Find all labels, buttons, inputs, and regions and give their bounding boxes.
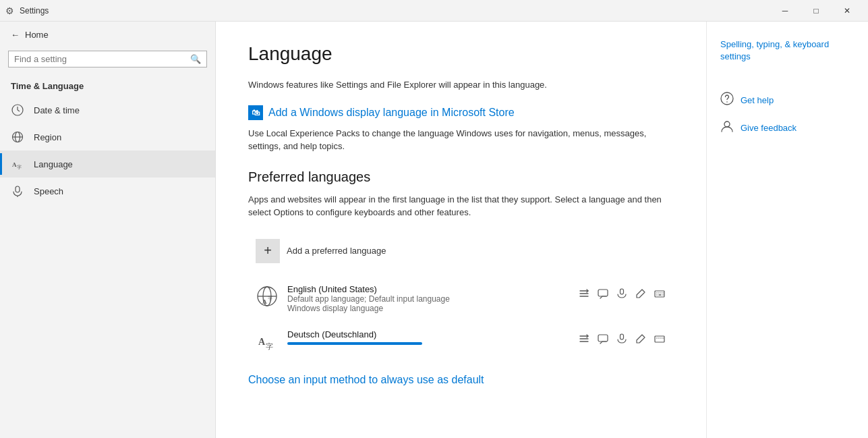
region-label: Region bbox=[34, 132, 61, 142]
preferred-desc: Apps and websites will appear in the fir… bbox=[248, 193, 674, 219]
language-label: Language bbox=[34, 159, 73, 169]
deutsch-lang-icon: A 字 bbox=[255, 329, 279, 354]
deutsch-lang-info: Deutsch (Deutschland) bbox=[287, 329, 569, 345]
help-section: Get help Give feedback bbox=[720, 89, 855, 144]
intro-description: Windows features like Settings and File … bbox=[248, 78, 674, 92]
titlebar-left: ⚙ Settings bbox=[0, 5, 49, 16]
back-button[interactable]: ← Home bbox=[0, 22, 215, 48]
sidebar-item-language[interactable]: A字 Language bbox=[0, 150, 215, 177]
english-lang-sub2: Windows display language bbox=[287, 304, 569, 313]
svg-rect-17 bbox=[655, 291, 664, 297]
speech-icon bbox=[11, 184, 24, 198]
english-lang-info: English (United States) Default app lang… bbox=[287, 284, 569, 313]
english-action-keyboard[interactable] bbox=[652, 287, 667, 302]
deutsch-action-options[interactable] bbox=[577, 332, 591, 348]
store-icon: 🛍 bbox=[248, 105, 263, 120]
sidebar-item-speech[interactable]: Speech bbox=[0, 177, 215, 204]
deutsch-lang-actions bbox=[577, 329, 667, 348]
home-label: Home bbox=[25, 30, 49, 40]
close-button[interactable]: ✕ bbox=[832, 0, 863, 22]
titlebar-controls: ─ □ ✕ bbox=[770, 0, 863, 22]
deutsch-action-pen[interactable] bbox=[633, 332, 648, 348]
svg-point-36 bbox=[724, 121, 730, 127]
svg-point-34 bbox=[721, 92, 733, 105]
preferred-languages-header: Preferred languages bbox=[248, 169, 674, 185]
store-link[interactable]: Add a Windows display language in Micros… bbox=[268, 107, 515, 119]
settings-icon: ⚙ bbox=[5, 5, 14, 16]
store-link-desc: Use Local Experience Packs to change the… bbox=[248, 127, 674, 153]
svg-text:A: A bbox=[12, 161, 17, 168]
language-item-english[interactable]: A 字 English (United States) Default app … bbox=[248, 277, 674, 320]
english-lang-icon: A 字 bbox=[255, 284, 279, 308]
english-action-options[interactable] bbox=[577, 287, 591, 302]
svg-rect-16 bbox=[620, 289, 624, 294]
deutsch-action-chat[interactable] bbox=[596, 332, 610, 348]
main-content: Language Windows features like Settings … bbox=[216, 22, 706, 438]
plus-icon: + bbox=[256, 239, 280, 263]
search-box[interactable]: 🔍 bbox=[8, 51, 207, 67]
page-title: Language bbox=[248, 43, 674, 65]
language-icon: A字 bbox=[11, 157, 24, 171]
content-inner: Language Windows features like Settings … bbox=[248, 43, 674, 386]
search-icon: 🔍 bbox=[190, 54, 201, 64]
deutsch-lang-name: Deutsch (Deutschland) bbox=[287, 329, 569, 339]
give-feedback-icon bbox=[720, 119, 735, 136]
deutsch-progress-bar bbox=[287, 342, 422, 345]
svg-line-2 bbox=[18, 110, 20, 111]
minimize-button[interactable]: ─ bbox=[770, 0, 801, 22]
svg-rect-15 bbox=[598, 290, 608, 296]
right-section-top: Spelling, typing, & keyboard settings bbox=[720, 38, 855, 62]
speech-label: Speech bbox=[34, 186, 63, 196]
titlebar: ⚙ Settings ─ □ ✕ bbox=[0, 0, 868, 22]
sidebar: ← Home 🔍 Time & Language Date & time Reg… bbox=[0, 22, 216, 438]
store-link-container: 🛍 Add a Windows display language in Micr… bbox=[248, 105, 674, 120]
svg-text:A: A bbox=[258, 337, 266, 347]
deutsch-action-mic[interactable] bbox=[614, 332, 629, 348]
give-feedback-label: Give feedback bbox=[741, 123, 797, 133]
get-help-link[interactable]: Get help bbox=[720, 89, 855, 111]
date-time-label: Date & time bbox=[34, 105, 80, 115]
sidebar-item-date-time[interactable]: Date & time bbox=[0, 97, 215, 124]
svg-text:字: 字 bbox=[17, 165, 22, 170]
svg-rect-8 bbox=[16, 186, 20, 192]
maximize-button[interactable]: □ bbox=[801, 0, 832, 22]
deutsch-action-keyboard[interactable] bbox=[652, 332, 667, 348]
get-help-label: Get help bbox=[741, 95, 774, 105]
add-language-label: Add a preferred language bbox=[287, 246, 386, 256]
app-body: ← Home 🔍 Time & Language Date & time Reg… bbox=[0, 22, 868, 438]
english-action-pen[interactable] bbox=[633, 287, 648, 302]
get-help-icon bbox=[720, 92, 735, 109]
right-panel: Spelling, typing, & keyboard settings Ge… bbox=[706, 22, 868, 438]
svg-point-35 bbox=[726, 101, 728, 103]
search-input[interactable] bbox=[14, 54, 190, 64]
english-action-chat[interactable] bbox=[596, 287, 610, 302]
add-language-button[interactable]: + Add a preferred language bbox=[248, 233, 674, 269]
choose-input-link[interactable]: Choose an input method to always use as … bbox=[248, 374, 484, 385]
back-icon: ← bbox=[11, 30, 20, 40]
spelling-link[interactable]: Spelling, typing, & keyboard settings bbox=[720, 39, 829, 61]
date-time-icon bbox=[11, 103, 24, 117]
sidebar-item-region[interactable]: Region bbox=[0, 124, 215, 150]
svg-text:字: 字 bbox=[268, 296, 272, 301]
svg-text:A: A bbox=[262, 298, 267, 305]
english-lang-sub1: Default app language; Default input lang… bbox=[287, 294, 569, 304]
svg-rect-28 bbox=[620, 334, 624, 339]
english-lang-actions bbox=[577, 284, 667, 302]
give-feedback-link[interactable]: Give feedback bbox=[720, 117, 855, 139]
english-lang-name: English (United States) bbox=[287, 284, 569, 294]
svg-rect-27 bbox=[598, 335, 608, 341]
titlebar-title: Settings bbox=[20, 6, 49, 16]
svg-text:字: 字 bbox=[266, 342, 273, 350]
english-action-mic[interactable] bbox=[614, 287, 629, 302]
svg-rect-29 bbox=[655, 336, 664, 342]
language-item-deutsch[interactable]: A 字 Deutsch (Deutschland) bbox=[248, 323, 674, 360]
region-icon bbox=[11, 130, 24, 144]
sidebar-section-label: Time & Language bbox=[0, 73, 215, 97]
